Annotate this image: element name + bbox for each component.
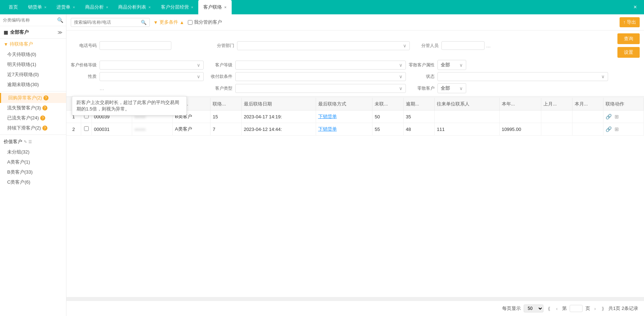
pagination-footer: 每页显示 50 100 200 ⟪ ‹ 第 1 页 › ⟫ 共1页 2条记录 bbox=[66, 301, 644, 316]
col-header-uncontacted: 未联... bbox=[372, 98, 403, 110]
info-icon-churn[interactable]: ? bbox=[42, 105, 47, 110]
tab-product-analysis[interactable]: 商品分析 × bbox=[80, 0, 113, 14]
row1-unit-contact bbox=[435, 110, 499, 123]
advanced-filter-panel: 电话号码 分管部门 ∨ 分管人员 … 查询 设置 bbox=[66, 30, 644, 96]
row1-this-month bbox=[572, 110, 603, 123]
sidebar-item-overdue-uncontacted[interactable]: 逾期未联络(30) bbox=[0, 80, 66, 90]
tab-purchase-order[interactable]: 进货单 × bbox=[51, 0, 80, 14]
my-customer-checkbox-label[interactable]: 我分管的客户 bbox=[188, 19, 222, 25]
row1-uncontacted: 50 bbox=[372, 110, 403, 123]
sidebar-item-today-pending[interactable]: 今天待联络(0) bbox=[0, 49, 66, 60]
tab-close-customer-layered[interactable]: × bbox=[191, 5, 193, 9]
person-field: 分管人员 … bbox=[413, 41, 615, 50]
tab-customer-layered[interactable]: 客户分层经营 × bbox=[156, 0, 198, 14]
customer-type-select[interactable]: ∨ bbox=[235, 84, 406, 93]
customer-grade-select[interactable]: ∨ bbox=[235, 61, 406, 70]
filter-row-4: … 客户类型 ∨ 零散客户 全部 ∨ bbox=[71, 83, 640, 93]
row1-link-icon[interactable]: 🔗 bbox=[606, 114, 612, 119]
export-button[interactable]: ↑ 导出 bbox=[620, 17, 640, 27]
phone-input[interactable] bbox=[99, 41, 171, 50]
payment-field: 收付款条件 ∨ bbox=[207, 72, 406, 81]
sidebar-item-repurchase-abnormal[interactable]: 回购异常客户(2) ? bbox=[0, 93, 66, 103]
row2-checkbox[interactable] bbox=[84, 126, 89, 131]
chevron-down-icon6: ∨ bbox=[399, 74, 403, 79]
retail-customer-field: 零散客户 全部 ∨ bbox=[409, 83, 608, 93]
search-icon[interactable]: 🔍 bbox=[141, 20, 147, 25]
sidebar-search-input[interactable] bbox=[3, 18, 57, 23]
filter-icon: ▼ bbox=[153, 20, 158, 25]
content-area: 距客户上次交易时长，超过了此客户的平均交易周期的1.5倍，则视为异常。 🔍 ▼ … bbox=[66, 14, 644, 316]
tab-close-product-list[interactable]: × bbox=[148, 5, 150, 9]
horizontal-scrollbar[interactable] bbox=[66, 297, 644, 301]
row2-grid-icon[interactable]: ⊞ bbox=[615, 126, 619, 132]
search-input[interactable] bbox=[74, 20, 139, 25]
row2-action: 🔗 ⊞ bbox=[603, 123, 644, 136]
price-grade-select[interactable]: ∨ bbox=[99, 61, 204, 70]
prev-page-button[interactable]: ‹ bbox=[555, 305, 559, 312]
retail-attr-select[interactable]: 全部 ∨ bbox=[437, 60, 466, 70]
tab-customer-contact[interactable]: 客户联络 × bbox=[198, 0, 231, 14]
list-icon[interactable]: ☰ bbox=[28, 140, 32, 144]
tab-close-product-analysis[interactable]: × bbox=[106, 5, 108, 9]
row2-name: ●●●● bbox=[132, 123, 173, 136]
my-customer-checkbox[interactable] bbox=[188, 20, 193, 25]
row2-last-method[interactable]: 下销货单 bbox=[316, 123, 372, 136]
dept-select[interactable]: ∨ bbox=[237, 41, 410, 50]
last-page-button[interactable]: ⟫ bbox=[600, 305, 606, 312]
filter-bar: 🔍 ▼ 更多条件 ▲ 我分管的客户 ↑ 导出 bbox=[66, 14, 644, 30]
more-conditions-button[interactable]: ▼ 更多条件 ▲ bbox=[153, 19, 184, 25]
sidebar-search-bar: 🔍 bbox=[0, 14, 66, 26]
next-page-button[interactable]: › bbox=[593, 305, 597, 312]
edit-icon[interactable]: ✎ bbox=[24, 140, 27, 144]
sidebar-item-c-class[interactable]: C类客户(6) bbox=[0, 177, 66, 187]
person-input[interactable] bbox=[441, 41, 485, 50]
chevron-down-icon2: ∨ bbox=[197, 62, 200, 68]
status-select[interactable]: ∨ bbox=[437, 72, 608, 81]
row2-last-month bbox=[541, 123, 572, 136]
payment-select[interactable]: ∨ bbox=[235, 72, 406, 81]
window-close-button[interactable]: × bbox=[630, 4, 640, 10]
set-button[interactable]: 设置 bbox=[617, 47, 640, 58]
info-icon-declining[interactable]: ? bbox=[42, 126, 47, 131]
row2-check[interactable] bbox=[81, 123, 92, 136]
gender-field: 性质 ∨ bbox=[71, 72, 204, 81]
sidebar-item-declining[interactable]: 持续下滑客户(2) ? bbox=[0, 123, 66, 133]
sidebar-item-a-class[interactable]: A类客户(1) bbox=[0, 157, 66, 167]
sidebar-collapse-button[interactable]: ≫ bbox=[57, 30, 62, 35]
gender-select[interactable]: ∨ bbox=[99, 72, 204, 81]
info-icon-churned[interactable]: ? bbox=[40, 115, 45, 121]
chevron-down-icon9: ∨ bbox=[459, 86, 463, 91]
tab-sales-order[interactable]: 销货单 × bbox=[23, 0, 51, 14]
chevron-down-icon4: ∨ bbox=[459, 62, 463, 68]
person-dots-button[interactable]: … bbox=[486, 43, 491, 48]
table-row: 2 000031 ●●●● A类客户 7 2023-04-12 14:44: 下… bbox=[66, 123, 644, 136]
sidebar-item-churned[interactable]: 已流失客户(24) ? bbox=[0, 113, 66, 123]
sidebar-item-ungrouped[interactable]: 未分组(32) bbox=[0, 147, 66, 157]
tab-product-analysis-list[interactable]: 商品分析列表 × bbox=[113, 0, 156, 14]
sidebar-item-tomorrow-pending[interactable]: 明天待联络(1) bbox=[0, 60, 66, 70]
sidebar-pending-group[interactable]: ▼ 待联络客户 bbox=[0, 39, 66, 49]
chevron-down-icon: ∨ bbox=[403, 43, 407, 48]
row1-grid-icon[interactable]: ⊞ bbox=[615, 114, 619, 119]
search-bar: 🔍 bbox=[71, 18, 150, 27]
sidebar-value-group[interactable]: 价值客户 ✎ ☰ bbox=[0, 136, 66, 147]
tab-close-purchase[interactable]: × bbox=[73, 5, 75, 9]
sidebar: 🔍 ▦ 全部客户 ≫ ▼ 待联络客户 今天待联络(0) 明天待联络(1) 近7天… bbox=[0, 14, 66, 316]
tab-home[interactable]: 首页 bbox=[4, 0, 23, 14]
info-icon-repurchase[interactable]: ? bbox=[43, 95, 48, 100]
sidebar-item-churn-warning[interactable]: 流失预警客户(3) ? bbox=[0, 103, 66, 113]
query-button[interactable]: 查询 bbox=[617, 33, 640, 44]
sidebar-item-7day-pending[interactable]: 近7天待联络(0) bbox=[0, 70, 66, 80]
row1-last-method[interactable]: 下销货单 bbox=[316, 110, 372, 123]
row2-link-icon[interactable]: 🔗 bbox=[606, 126, 612, 132]
tab-close-customer-contact[interactable]: × bbox=[224, 5, 226, 9]
first-page-button[interactable]: ⟪ bbox=[546, 305, 552, 312]
sidebar-item-b-class[interactable]: B类客户(33) bbox=[0, 167, 66, 177]
dots-button[interactable]: … bbox=[99, 86, 104, 91]
page-size-select[interactable]: 50 100 200 bbox=[524, 305, 543, 312]
page-number-input[interactable]: 1 bbox=[570, 305, 583, 312]
tab-close-sales[interactable]: × bbox=[44, 5, 46, 9]
sidebar-search-icon[interactable]: 🔍 bbox=[57, 17, 63, 23]
retail-customer-select[interactable]: 全部 ∨ bbox=[437, 83, 466, 93]
retail-attr-field: 零散客户属性 全部 ∨ bbox=[409, 60, 608, 70]
